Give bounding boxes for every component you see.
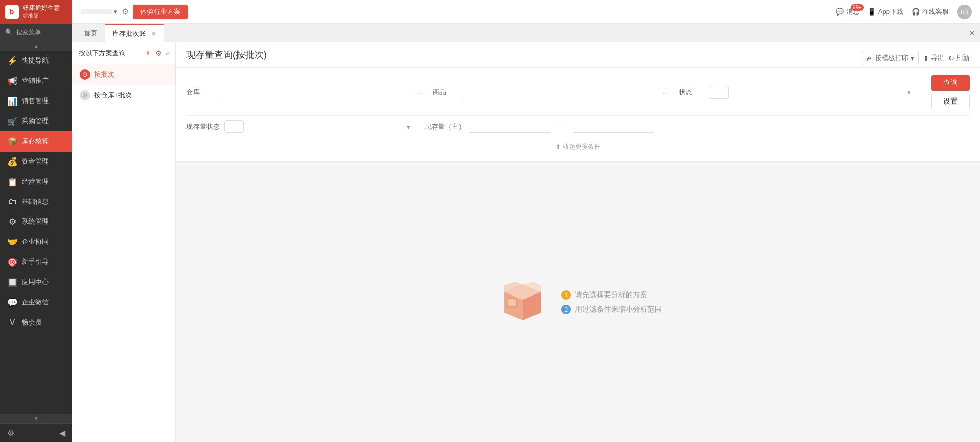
sidebar-icon-inventory: 📦 [7,137,18,146]
stock-qty-dash: — [558,123,565,130]
plan-list: ⊙ 按批次 ⊙ 按仓库+批次 [72,64,175,106]
sidebar-icon-operations: 📋 [7,177,18,187]
sidebar-icon-member: V [7,318,18,327]
app-logo: b [5,5,19,19]
stock-status-label: 现存量状态 [186,122,220,131]
query-button[interactable]: 查询 [931,75,970,91]
sidebar-item-marketing[interactable]: 📢 营销推广 [0,71,72,91]
topbar-dropdown[interactable]: ▾ [81,8,117,16]
stock-qty-min-input[interactable] [469,121,550,133]
collapse-up-icon: ⬆ [556,143,561,151]
settings-footer-icon[interactable]: ⚙ [7,428,14,438]
collapse-sidebar-icon[interactable]: ◀ [59,428,65,438]
filter-warehouse: 仓库 … [186,86,422,98]
tab-home[interactable]: 首页 [77,24,105,42]
topbar-left: ▾ ⚙ 体验行业方案 [81,5,829,19]
export-button[interactable]: ⬆ 导出 [923,53,944,63]
chevron-down-icon: ▾ [114,8,117,16]
tabbar-close-button[interactable]: ✕ [968,27,976,39]
tip2-num: 2 [561,305,571,314]
messages-badge: 99+ [851,4,864,11]
headset-icon: 🎧 [912,8,920,16]
sidebar-search[interactable]: 🔍 搜索菜单 [0,24,72,41]
plan-label-batch: 按批次 [94,70,114,79]
warehouse-input[interactable] [216,86,412,98]
sidebar-item-operations[interactable]: 📋 经营管理 [0,172,72,192]
tab-batch-account[interactable]: 库存批次账 ✕ [105,24,164,42]
main-area: ▾ ⚙ 体验行业方案 💬 消息 99+ 📱 App下载 🎧 在线客服 Rit [72,0,980,442]
sidebar-item-shortcuts[interactable]: ⚡ 快捷导航 [0,51,72,71]
tab-home-label: 首页 [84,28,97,38]
stock-status-select[interactable] [224,120,244,133]
empty-state-content: 1 请先选择要分析的方案 2 用过滤条件来缩小分析范围 [494,279,662,326]
sidebar-item-member[interactable]: V 畅会员 [0,313,72,332]
print-button[interactable]: 🖨 按模板打印 ▾ [862,51,919,65]
online-service-button[interactable]: 🎧 在线客服 [912,7,949,17]
sidebar-item-basic[interactable]: 🗂 基础信息 [0,192,72,212]
empty-tip-1: 1 请先选择要分析的方案 [561,290,662,300]
sidebar-icon-apps: 🔲 [7,277,18,287]
content-area: 按以下方案查询 ＋ ⚙ « ⊙ 按批次 ⊙ 按仓库+批次 [72,42,980,442]
sidebar-item-sales[interactable]: 📊 销售管理 [0,91,72,111]
sidebar-label-purchase: 采购管理 [22,116,49,126]
left-panel: 按以下方案查询 ＋ ⚙ « ⊙ 按批次 ⊙ 按仓库+批次 [72,42,176,442]
sidebar-icon-basic: 🗂 [7,197,18,207]
empty-tip-2: 2 用过滤条件来缩小分析范围 [561,305,662,314]
plan-item-warehouse-batch[interactable]: ⊙ 按仓库+批次 [72,85,175,106]
sidebar-scroll-up[interactable]: ▲ [0,41,72,51]
warehouse-more-icon[interactable]: … [416,89,422,96]
sidebar-scroll-down[interactable]: ▼ [0,414,72,423]
topbar-gear-icon[interactable]: ⚙ [122,7,129,17]
user-avatar[interactable]: Rit [957,5,972,19]
sidebar-icon-purchase: 🛒 [7,116,18,126]
sidebar-icon-newbie: 🎯 [7,257,18,267]
message-icon: 💬 [836,8,844,16]
tab-close-icon[interactable]: ✕ [151,30,156,37]
empty-state: 1 请先选择要分析的方案 2 用过滤条件来缩小分析范围 [176,162,980,442]
plan-icon-batch: ⊙ [80,69,90,80]
sidebar-item-newbie[interactable]: 🎯 新手引导 [0,252,72,272]
trial-industry-button[interactable]: 体验行业方案 [133,5,188,19]
app-version: 标准版 [23,12,60,20]
messages-button[interactable]: 💬 消息 99+ [836,7,859,17]
empty-tips: 1 请先选择要分析的方案 2 用过滤条件来缩小分析范围 [561,290,662,314]
topbar: ▾ ⚙ 体验行业方案 💬 消息 99+ 📱 App下载 🎧 在线客服 Rit [72,0,980,24]
print-dropdown-icon: ▾ [911,54,914,62]
plan-settings-icon[interactable]: ⚙ [155,49,162,57]
filter-stock-qty: 现存量（主） — [425,121,653,133]
left-panel-header: 按以下方案查询 ＋ ⚙ « [72,42,175,64]
status-select[interactable] [709,86,729,99]
settings-button[interactable]: 设置 [931,94,970,109]
plan-icon-warehouse-batch: ⊙ [80,90,90,100]
right-panel: 现存量查询(按批次) 🖨 按模板打印 ▾ ⬆ 导出 ↻ 刷新 [176,42,980,442]
sidebar-label-inventory: 库存核算 [22,137,49,146]
sidebar-label-enterprise: 企业协同 [22,237,49,246]
sidebar-item-finance[interactable]: 💰 资金管理 [0,152,72,172]
collapse-more-conditions-button[interactable]: ⬆ 收起更多条件 [186,139,970,154]
sidebar-label-apps: 应用中心 [22,277,49,287]
goods-input[interactable] [463,86,658,98]
add-plan-button[interactable]: ＋ [144,48,152,58]
stock-status-select-wrap [224,120,414,133]
status-label: 状态 [679,87,705,97]
sidebar-item-apps[interactable]: 🔲 应用中心 [0,272,72,292]
sidebar-item-system[interactable]: ⚙ 系统管理 [0,212,72,232]
sidebar-item-purchase[interactable]: 🛒 采购管理 [0,111,72,131]
page-header: 现存量查询(按批次) 🖨 按模板打印 ▾ ⬆ 导出 ↻ 刷新 [176,42,980,68]
plan-item-batch[interactable]: ⊙ 按批次 [72,64,175,85]
sidebar-label-sales: 销售管理 [22,96,49,106]
collapse-left-panel-icon[interactable]: « [165,49,169,57]
sidebar-item-wechat[interactable]: 💬 企业微信 [0,292,72,313]
svg-rect-3 [507,299,516,307]
dropdown-text [81,9,112,14]
refresh-button[interactable]: ↻ 刷新 [948,53,970,63]
sidebar-label-system: 系统管理 [22,217,49,226]
print-icon: 🖨 [866,54,873,62]
goods-more-icon[interactable]: … [662,89,669,96]
app-download-button[interactable]: 📱 App下载 [868,7,903,17]
sidebar-item-enterprise[interactable]: 🤝 企业协同 [0,232,72,252]
empty-state-illustration [494,279,546,326]
sidebar-item-inventory[interactable]: 📦 库存核算 [0,131,72,152]
stock-qty-max-input[interactable] [573,121,654,133]
filter-row-2: 现存量状态 现存量（主） — [186,120,970,133]
